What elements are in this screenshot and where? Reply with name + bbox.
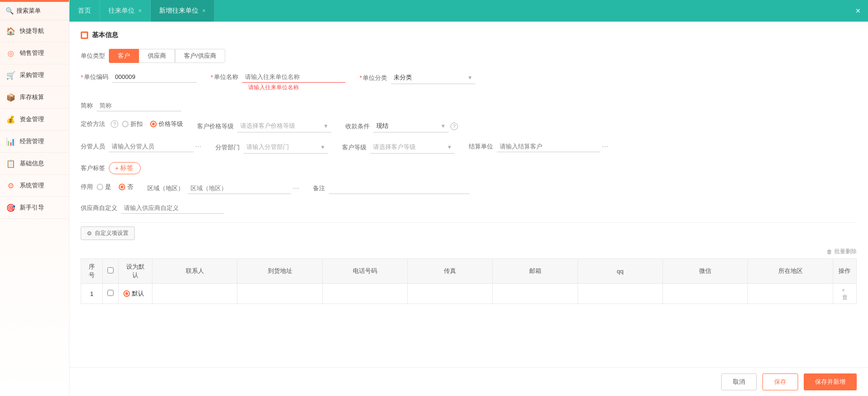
tab-home[interactable]: 首页: [69, 0, 100, 22]
col-phone: 电话号码: [322, 259, 407, 284]
col-area: 所在地区: [748, 259, 833, 284]
save-button[interactable]: 保存: [762, 373, 798, 390]
disabled-radio-yes[interactable]: 是: [97, 183, 111, 191]
unit-btn-supplier[interactable]: 供应商: [139, 49, 175, 63]
payment-terms-help[interactable]: ?: [450, 123, 458, 130]
customer-level-label: 客户等级: [342, 143, 366, 152]
unit-code-group: * 单位编码: [81, 71, 197, 83]
disabled-region-row: 停用 是 否 区域（地区） ···: [81, 183, 857, 194]
settlement-unit-more[interactable]: ···: [602, 142, 608, 151]
customer-price-level-value: 请选择客户价格等级: [240, 122, 321, 130]
contact-input[interactable]: [157, 290, 232, 297]
main-area: 首页 往来单位 × 新增往来单位 × × 基本信息 单位类型 客户 供应商: [69, 0, 868, 396]
cancel-button[interactable]: 取消: [721, 373, 757, 390]
customer-level-select[interactable]: 请选择客户等级 ▼: [370, 141, 455, 154]
row-fax[interactable]: [408, 284, 493, 304]
disabled-radio-no[interactable]: 否: [119, 183, 133, 191]
unit-btn-customer[interactable]: 客户: [109, 49, 139, 63]
divider: [81, 222, 857, 223]
row-qq[interactable]: [578, 284, 662, 304]
row-email[interactable]: [493, 284, 578, 304]
sidebar-item-label: 快捷导航: [20, 27, 44, 35]
table-toolbar: 🗑 批量删除: [81, 248, 857, 256]
batch-delete-button[interactable]: 🗑 批量删除: [827, 248, 857, 256]
area-input[interactable]: [753, 290, 828, 297]
sidebar-item-inventory[interactable]: 📦 库存核算: [0, 86, 69, 109]
unit-category-select[interactable]: 未分类 ▼: [391, 71, 475, 84]
select-all-checkbox[interactable]: [107, 267, 114, 273]
supplier-custom-input[interactable]: [121, 202, 224, 214]
row-add-icon[interactable]: +: [842, 287, 845, 294]
address-input[interactable]: [242, 290, 317, 297]
customer-level-value: 请选择客户等级: [373, 143, 445, 151]
customer-price-level-chevron: ▼: [323, 123, 328, 129]
manager-label: 分管人员: [81, 142, 105, 151]
table-section: 🗑 批量删除 序号 设为默认 联系人 到货地址 电话号码 传真 邮箱 qq: [81, 248, 857, 304]
manager-input[interactable]: [109, 141, 193, 152]
row-default-radio[interactable]: 默认: [123, 289, 147, 298]
phone-input[interactable]: [327, 290, 403, 297]
remark-label: 备注: [313, 184, 325, 193]
customer-price-level-select[interactable]: 请选择客户价格等级 ▼: [237, 120, 331, 132]
custom-settings-label: 自定义项设置: [95, 229, 129, 237]
unit-name-input[interactable]: [242, 71, 345, 83]
sidebar-item-quick-nav[interactable]: 🏠 快捷导航: [0, 20, 69, 42]
disabled-label: 停用: [81, 183, 93, 191]
tab-contacts[interactable]: 往来单位 ×: [100, 0, 151, 22]
tab-new-contact[interactable]: 新增往来单位 ×: [151, 0, 214, 22]
pricing-radio-discount[interactable]: 折扣: [122, 120, 143, 128]
row-area[interactable]: [748, 284, 833, 304]
fax-input[interactable]: [412, 290, 487, 297]
operations-icon: 📊: [6, 136, 16, 147]
sidebar-item-purchase[interactable]: 🛒 采购管理: [0, 64, 69, 86]
row-wechat[interactable]: [663, 284, 748, 304]
qq-input[interactable]: [583, 290, 658, 297]
department-chevron: ▼: [320, 144, 325, 150]
payment-terms-chevron: ▼: [441, 123, 446, 129]
region-input[interactable]: [188, 183, 291, 194]
save-new-button[interactable]: 保存并新增: [804, 373, 857, 390]
sidebar-item-operations[interactable]: 📊 经营管理: [0, 131, 69, 153]
tab-new-contact-close[interactable]: ×: [202, 8, 206, 14]
sidebar-item-sales[interactable]: ◎ 销售管理: [0, 42, 69, 64]
pricing-method-help[interactable]: ?: [111, 120, 118, 128]
email-input[interactable]: [497, 290, 572, 297]
row-checkbox[interactable]: [107, 290, 114, 296]
supplier-custom-label: 供应商自定义: [81, 204, 117, 212]
finance-icon: 💰: [6, 114, 16, 124]
sidebar-item-basic-info[interactable]: 📋 基础信息: [0, 153, 69, 175]
row-address[interactable]: [237, 284, 322, 304]
tab-contacts-close[interactable]: ×: [138, 8, 142, 14]
remark-input[interactable]: [329, 183, 470, 194]
row-phone[interactable]: [322, 284, 407, 304]
customer-tag-row: 客户标签 + 标签: [81, 162, 857, 174]
region-more[interactable]: ···: [293, 184, 299, 193]
col-email: 邮箱: [493, 259, 578, 284]
radio-level-circle: [150, 121, 157, 127]
add-tag-button[interactable]: + 标签: [109, 162, 141, 174]
unit-category-group: * 单位分类 未分类 ▼: [359, 71, 475, 84]
short-name-input[interactable]: [97, 100, 181, 111]
sidebar-item-system[interactable]: ⚙ 系统管理: [0, 175, 69, 197]
sidebar-search[interactable]: 🔍 搜索菜单: [0, 2, 69, 20]
col-seq: 序号: [81, 259, 103, 284]
row-delete-icon[interactable]: 🗑: [842, 294, 848, 301]
department-select[interactable]: 请输入分管部门 ▼: [244, 141, 328, 154]
sidebar-item-label: 经营管理: [20, 137, 44, 146]
unit-btn-both[interactable]: 客户/供应商: [175, 49, 225, 63]
sidebar-item-beginner[interactable]: 🎯 新手引导: [0, 197, 69, 219]
customer-tag-group: 客户标签 + 标签: [81, 162, 141, 174]
unit-code-input[interactable]: [112, 71, 197, 83]
manager-more-icon[interactable]: ···: [195, 142, 201, 151]
wechat-input[interactable]: [668, 290, 743, 297]
row-contact[interactable]: [152, 284, 237, 304]
code-name-category-row: * 单位编码 * 单位名称 请输入往来单位名称 * 单位分类 未分类 ▼: [81, 71, 857, 92]
tab-bar-close-all[interactable]: ×: [848, 6, 868, 16]
payment-terms-select[interactable]: 现结 ▼: [373, 120, 449, 132]
pricing-radio-level[interactable]: 价格等级: [150, 120, 183, 128]
region-label: 区域（地区）: [147, 184, 184, 193]
section-title: 基本信息: [92, 31, 118, 39]
settlement-unit-input[interactable]: [497, 141, 600, 152]
sidebar-item-finance[interactable]: 💰 资金管理: [0, 109, 69, 131]
custom-settings-button[interactable]: ⚙ 自定义项设置: [81, 226, 135, 240]
